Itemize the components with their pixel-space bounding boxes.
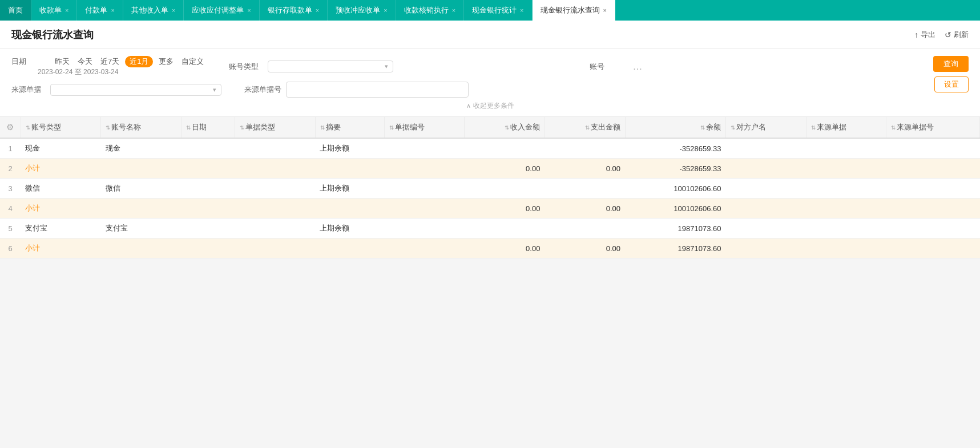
nav-tab-label: 其他收入单 xyxy=(131,5,168,15)
source-doc-label: 来源单据 xyxy=(11,84,46,95)
nav-tab-shoukuanzhixing[interactable]: 收款核销执行 × xyxy=(396,0,464,21)
col-counterpart[interactable]: ⇅对方户名 xyxy=(726,117,806,138)
page-header: 现金银行流水查询 ↑ 导出 ↺ 刷新 xyxy=(0,21,980,49)
date-opt-more[interactable]: 更多 xyxy=(156,56,176,67)
cell-doc-type xyxy=(235,239,316,259)
source-docno-input[interactable] xyxy=(286,82,469,98)
date-filter-section: 日期 昨天 今天 近7天 近1月 更多 自定义 2023-02-24 至 202… xyxy=(11,56,206,77)
account-label: 账号 xyxy=(590,62,624,72)
col-doc-type[interactable]: ⇅单据类型 xyxy=(235,117,316,138)
date-opt-yesterday[interactable]: 昨天 xyxy=(53,56,72,67)
cell-date xyxy=(181,179,235,199)
nav-tab-label: 付款单 xyxy=(85,5,107,15)
account-dots-button[interactable]: ... xyxy=(633,62,642,72)
cell-doc-type xyxy=(235,179,316,199)
filter-right-actions: 查询 设置 xyxy=(933,56,969,92)
cell-account-name xyxy=(101,159,182,179)
date-opt-today[interactable]: 今天 xyxy=(75,56,95,67)
cell-account-type: 现金 xyxy=(21,138,101,159)
nav-tab-yinhangcunqu[interactable]: 银行存取款单 × xyxy=(260,0,328,21)
table-row: 6小计0.000.0019871073.60 xyxy=(0,239,980,259)
col-source-docno[interactable]: ⇅来源单据号 xyxy=(886,117,980,138)
cell-source-docno xyxy=(886,179,980,199)
date-opt-custom[interactable]: 自定义 xyxy=(179,56,206,67)
nav-tab-label: 现金银行统计 xyxy=(472,5,517,15)
nav-home[interactable]: 首页 xyxy=(0,0,31,21)
table-row: 1现金现金上期余额-3528659.33 xyxy=(0,138,980,159)
date-opt-1month[interactable]: 近1月 xyxy=(125,56,153,67)
nav-tab-label: 应收应付调整单 xyxy=(192,5,244,15)
col-income[interactable]: ⇅收入金额 xyxy=(465,117,545,138)
cell-expense xyxy=(545,219,625,239)
date-range-display: 2023-02-24 至 2023-03-24 xyxy=(38,67,206,77)
nav-tab-close[interactable]: × xyxy=(247,7,251,14)
col-date[interactable]: ⇅日期 xyxy=(181,117,235,138)
nav-tab-close[interactable]: × xyxy=(520,7,523,14)
export-button[interactable]: ↑ 导出 xyxy=(914,30,935,40)
col-summary[interactable]: ⇅摘要 xyxy=(315,117,384,138)
query-button[interactable]: 查询 xyxy=(933,56,969,72)
cell-doc-no xyxy=(384,138,465,159)
nav-tab-yushoufanying[interactable]: 预收冲应收单 × xyxy=(328,0,396,21)
cell-date xyxy=(181,159,235,179)
source-doc-select[interactable]: ▾ xyxy=(50,84,221,96)
nav-tab-label: 收款核销执行 xyxy=(404,5,449,15)
nav-tab-shoukuandan[interactable]: 收款单 × xyxy=(31,0,77,21)
nav-tab-close[interactable]: × xyxy=(65,7,68,14)
nav-tab-close[interactable]: × xyxy=(172,7,175,14)
date-opt-7days[interactable]: 近7天 xyxy=(98,56,122,67)
nav-tab-liushui[interactable]: 现金银行流水查询 × xyxy=(533,0,615,21)
nav-tab-close[interactable]: × xyxy=(603,7,607,14)
collapse-bar[interactable]: ∧ 收起更多条件 xyxy=(11,99,969,112)
refresh-button[interactable]: ↺ 刷新 xyxy=(945,30,969,40)
cell-source-doc xyxy=(806,199,886,219)
nav-tab-tiaozhendan[interactable]: 应收应付调整单 × xyxy=(184,0,259,21)
cell-summary: 上期余额 xyxy=(315,179,384,199)
nav-tab-close[interactable]: × xyxy=(384,7,387,14)
cell-source-doc xyxy=(806,138,886,159)
cell-counterpart xyxy=(726,138,806,159)
cell-account-type: 小计 xyxy=(21,239,101,259)
col-balance[interactable]: ⇅余额 xyxy=(625,117,725,138)
account-no-section: 账号 ... xyxy=(590,62,927,72)
nav-tab-tongji[interactable]: 现金银行统计 × xyxy=(464,0,532,21)
cell-expense: 0.00 xyxy=(545,239,625,259)
cell-row-num: 6 xyxy=(0,239,21,259)
col-expense[interactable]: ⇅支出金额 xyxy=(545,117,625,138)
nav-tab-fukuandan[interactable]: 付款单 × xyxy=(77,0,123,21)
col-source-doc[interactable]: ⇅来源单据 xyxy=(806,117,886,138)
chevron-down-icon: ▾ xyxy=(385,63,388,70)
nav-home-label: 首页 xyxy=(8,5,23,15)
cell-source-docno xyxy=(886,239,980,259)
nav-tab-close[interactable]: × xyxy=(452,7,455,14)
gear-icon[interactable]: ⚙ xyxy=(6,122,14,132)
settings-button[interactable]: 设置 xyxy=(934,76,969,92)
cell-account-name xyxy=(101,199,182,219)
cell-source-doc xyxy=(806,239,886,259)
account-type-select[interactable]: ▾ xyxy=(268,60,393,72)
cell-doc-type xyxy=(235,159,316,179)
table-row: 5支付宝支付宝上期余额19871073.60 xyxy=(0,219,980,239)
nav-tab-close[interactable]: × xyxy=(111,7,114,14)
cell-date xyxy=(181,199,235,219)
col-account-name[interactable]: ⇅账号名称 xyxy=(101,117,182,138)
nav-tab-label: 预收冲应收单 xyxy=(336,5,380,15)
cell-expense: 0.00 xyxy=(545,199,625,219)
cell-income: 0.00 xyxy=(465,199,545,219)
date-label: 日期 xyxy=(11,56,46,67)
cell-counterpart xyxy=(726,199,806,219)
cell-source-docno xyxy=(886,159,980,179)
chevron-down-icon2: ▾ xyxy=(213,86,216,94)
col-account-type[interactable]: ⇅账号类型 xyxy=(21,117,101,138)
cell-balance: -3528659.33 xyxy=(625,159,725,179)
filter-area: 日期 昨天 今天 近7天 近1月 更多 自定义 2023-02-24 至 202… xyxy=(0,49,980,117)
source-docno-group: 来源单据号 xyxy=(244,82,469,98)
cell-account-name: 支付宝 xyxy=(101,219,182,239)
table-row: 4小计0.000.00100102606.60 xyxy=(0,199,980,219)
col-doc-no[interactable]: ⇅单据编号 xyxy=(384,117,465,138)
cell-row-num: 1 xyxy=(0,138,21,159)
col-gear[interactable]: ⚙ xyxy=(0,117,21,138)
nav-tab-close[interactable]: × xyxy=(316,7,319,14)
nav-tab-qitashouru[interactable]: 其他收入单 × xyxy=(123,0,184,21)
cell-balance: 19871073.60 xyxy=(625,239,725,259)
